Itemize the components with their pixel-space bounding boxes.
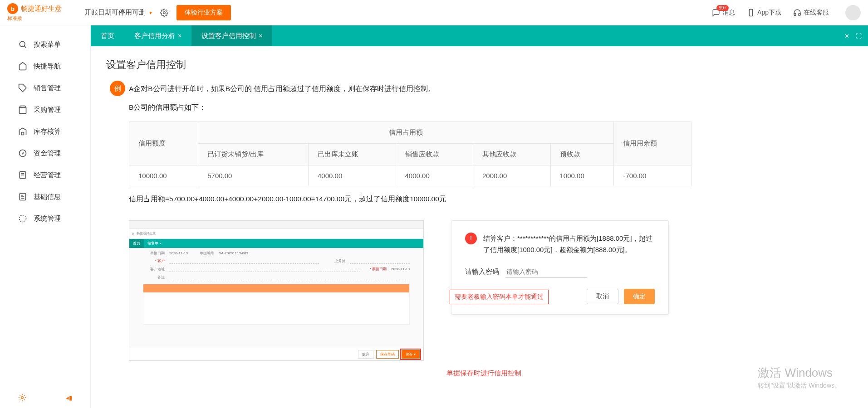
sidebar-label: 销售管理 bbox=[34, 84, 61, 92]
page-area: 设置客户信用控制 例 A企对B公司进行开单时，如果B公司的 信用占用额超过了信用… bbox=[91, 46, 868, 408]
svg-rect-1 bbox=[749, 9, 753, 16]
sidebar: 搜索菜单 快捷导航 销售管理 采购管理 库存核算 ¥ 资金管理 bbox=[0, 25, 91, 408]
tab-close-all-icon[interactable]: ✕ bbox=[844, 33, 849, 39]
tab-credit-control-settings[interactable]: 设置客户信用控制 × bbox=[191, 25, 272, 46]
top-header: b 畅捷通好生意 标准版 开账日期可停用可删 ▾ 体验行业方案 99+ 消息 A… bbox=[0, 0, 868, 25]
sidebar-item-operation[interactable]: 经营管理 bbox=[0, 164, 90, 186]
svg-rect-6 bbox=[22, 132, 24, 135]
tabs-bar: 首页 客户信用分析 × 设置客户信用控制 × ✕ ⛶ bbox=[91, 25, 868, 46]
sidebar-item-finance[interactable]: ¥ 资金管理 bbox=[0, 142, 90, 164]
svg-point-17 bbox=[21, 397, 24, 399]
sidebar-label: 经营管理 bbox=[34, 171, 61, 180]
col-sales-receivable: 销售应收款 bbox=[396, 143, 473, 165]
cell-remaining: -700.00 bbox=[614, 165, 691, 186]
system-icon bbox=[18, 214, 27, 223]
col-credit-limit: 信用额度 bbox=[129, 121, 198, 165]
col-prepaid: 预收款 bbox=[550, 143, 614, 165]
search-icon bbox=[18, 40, 27, 49]
illustration-order-form: b畅捷通好生意 首页销售单 × 单据日期2020-11-13单据编号SA-202… bbox=[129, 220, 424, 361]
support-label: 在线客服 bbox=[804, 9, 829, 17]
password-input[interactable] bbox=[505, 266, 587, 278]
tab-label: 首页 bbox=[101, 32, 114, 40]
sidebar-collapse-icon[interactable]: ◂▮ bbox=[66, 394, 72, 401]
example-badge: 例 bbox=[110, 81, 125, 96]
brand-icon: b bbox=[7, 3, 18, 14]
support-link[interactable]: 在线客服 bbox=[793, 9, 829, 17]
svg-text:¥: ¥ bbox=[21, 151, 24, 155]
close-icon[interactable]: × bbox=[259, 32, 262, 39]
example-description: A企对B公司进行开单时，如果B公司的 信用占用额超过了信用额度，则在保存时进行信… bbox=[129, 83, 839, 95]
svg-point-0 bbox=[163, 11, 166, 14]
dialog-input-label: 请输入密码 bbox=[465, 267, 499, 276]
dialog-message: 结算客户：************的信用占用额为[1888.00元]，超过了信用… bbox=[483, 233, 655, 256]
sidebar-item-sales[interactable]: 销售管理 bbox=[0, 77, 90, 99]
info-icon bbox=[18, 192, 27, 201]
col-remaining: 信用用余额 bbox=[614, 121, 691, 165]
dialog-callout: 需要老板输入密码本单才能通过 bbox=[450, 290, 549, 304]
cell-other-receivable: 2000.00 bbox=[473, 165, 550, 186]
sidebar-item-inventory[interactable]: 库存核算 bbox=[0, 121, 90, 142]
tag-icon bbox=[18, 83, 27, 92]
illustration-caption: 单据保存时进行信用控制 bbox=[129, 369, 839, 378]
app-download-link[interactable]: App下载 bbox=[747, 9, 781, 17]
cell-prepaid: 1000.00 bbox=[550, 165, 614, 186]
settings-icon[interactable] bbox=[160, 9, 168, 17]
svg-point-16 bbox=[20, 215, 26, 222]
sidebar-item-search[interactable]: 搜索菜单 bbox=[0, 34, 90, 55]
tab-credit-analysis[interactable]: 客户信用分析 × bbox=[124, 25, 191, 46]
col-other-receivable: 其他应收款 bbox=[473, 143, 550, 165]
sidebar-label: 基础信息 bbox=[34, 193, 61, 201]
sidebar-label: 资金管理 bbox=[34, 149, 61, 158]
table-row: 10000.00 5700.00 4000.00 4000.00 2000.00… bbox=[129, 165, 691, 186]
credit-warning-dialog: ! 结算客户：************的信用占用额为[1888.00元]，超过了… bbox=[451, 220, 669, 315]
close-icon[interactable]: × bbox=[178, 32, 181, 39]
example-subtext: B公司的信用额占如下： bbox=[129, 103, 839, 112]
sidebar-item-basic[interactable]: 基础信息 bbox=[0, 186, 90, 208]
tab-home[interactable]: 首页 bbox=[91, 25, 124, 46]
report-icon bbox=[18, 170, 27, 180]
experience-button[interactable]: 体验行业方案 bbox=[177, 5, 231, 20]
chevron-down-icon: ▾ bbox=[149, 10, 152, 16]
account-label: 开账日期可停用可删 bbox=[84, 8, 146, 17]
messages-badge: 99+ bbox=[716, 5, 729, 11]
page-title: 设置客户信用控制 bbox=[106, 58, 853, 72]
brand-text: 畅捷通好生意 bbox=[21, 5, 62, 13]
cell-credit-limit: 10000.00 bbox=[129, 165, 198, 186]
money-icon: ¥ bbox=[18, 149, 27, 158]
svg-line-4 bbox=[25, 46, 26, 48]
tab-label: 客户信用分析 bbox=[134, 32, 175, 40]
app-download-label: App下载 bbox=[757, 9, 781, 17]
col-shipped-unbilled: 已出库未立账 bbox=[309, 143, 396, 165]
cell-ordered-unshipped: 5700.00 bbox=[198, 165, 309, 186]
formula-text: 信用占用额=5700.00+4000.00+4000.00+2000.00-10… bbox=[129, 194, 839, 204]
col-credit-usage-group: 信用占用额 bbox=[198, 121, 614, 143]
sidebar-item-purchase[interactable]: 采购管理 bbox=[0, 99, 90, 121]
tab-label: 设置客户信用控制 bbox=[201, 32, 256, 40]
cancel-button[interactable]: 取消 bbox=[587, 289, 618, 304]
sidebar-label: 搜索菜单 bbox=[34, 40, 61, 49]
sidebar-label: 库存核算 bbox=[34, 127, 61, 136]
account-dropdown[interactable]: 开账日期可停用可删 ▾ bbox=[84, 8, 152, 17]
home-icon bbox=[18, 62, 27, 71]
sidebar-item-quicknav[interactable]: 快捷导航 bbox=[0, 55, 90, 77]
sidebar-label: 快捷导航 bbox=[34, 62, 61, 71]
brand-sub: 标准版 bbox=[7, 15, 22, 22]
sidebar-label: 系统管理 bbox=[34, 214, 61, 223]
cart-icon bbox=[18, 105, 27, 114]
cell-shipped-unbilled: 4000.00 bbox=[309, 165, 396, 186]
sidebar-item-system[interactable]: 系统管理 bbox=[0, 208, 90, 229]
brand-block: b 畅捷通好生意 标准版 bbox=[7, 3, 62, 22]
confirm-button[interactable]: 确定 bbox=[624, 289, 655, 304]
sidebar-label: 采购管理 bbox=[34, 106, 61, 114]
svg-point-3 bbox=[20, 41, 25, 47]
sidebar-settings-icon[interactable] bbox=[18, 393, 26, 402]
warehouse-icon bbox=[18, 127, 27, 136]
warning-icon: ! bbox=[465, 233, 477, 244]
avatar[interactable] bbox=[845, 5, 861, 20]
fullscreen-icon[interactable]: ⛶ bbox=[856, 33, 862, 39]
col-ordered-unshipped: 已订货未销货/出库 bbox=[198, 143, 309, 165]
credit-table: 信用额度 信用占用额 信用用余额 已订货未销货/出库 已出库未立账 销售应收款 … bbox=[129, 121, 691, 186]
messages-link[interactable]: 99+ 消息 bbox=[712, 9, 735, 17]
cell-sales-receivable: 4000.00 bbox=[396, 165, 473, 186]
